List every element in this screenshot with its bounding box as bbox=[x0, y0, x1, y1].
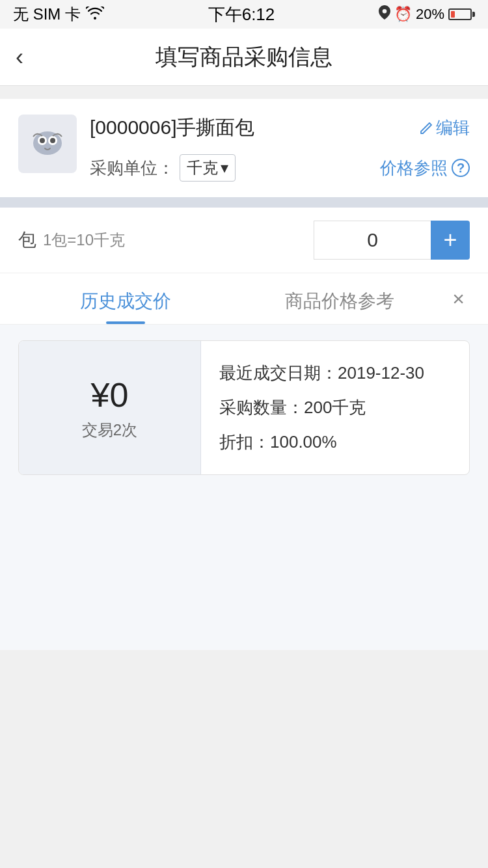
product-logo-icon bbox=[28, 125, 67, 163]
discount-row: 折扣：100.00% bbox=[219, 429, 451, 455]
quantity-value: 0 bbox=[367, 229, 378, 251]
product-card: [0000006]手撕面包 编辑 采购单位： 千克 ▾ 价格 bbox=[0, 99, 488, 197]
unit-dropdown-arrow-icon: ▾ bbox=[221, 159, 228, 177]
unit-select[interactable]: 千克 ▾ bbox=[180, 154, 236, 182]
product-info: [0000006]手撕面包 编辑 采购单位： 千克 ▾ 价格 bbox=[90, 115, 470, 182]
battery-percent: 20% bbox=[416, 6, 444, 23]
purchase-quantity-value: 200千克 bbox=[304, 398, 366, 417]
status-right: ⏰ 20% bbox=[379, 5, 475, 23]
history-trades-count: 交易2次 bbox=[82, 420, 137, 441]
battery-icon bbox=[448, 8, 475, 20]
price-reference-button[interactable]: 价格参照 ? bbox=[380, 157, 470, 180]
nav-bar: ‹ 填写商品采购信息 bbox=[0, 29, 488, 86]
history-price-panel: ¥0 交易2次 bbox=[19, 341, 201, 474]
sim-status: 无 SIM 卡 bbox=[13, 4, 81, 25]
history-card: ¥0 交易2次 最近成交日期：2019-12-30 采购数量：200千克 折扣：… bbox=[18, 340, 470, 475]
status-left: 无 SIM 卡 bbox=[13, 4, 104, 25]
unit-conversion-text: 1包=10千克 bbox=[43, 230, 125, 251]
history-section: ¥0 交易2次 最近成交日期：2019-12-30 采购数量：200千克 折扣：… bbox=[0, 325, 488, 650]
section-divider bbox=[0, 197, 488, 208]
location-icon bbox=[379, 5, 390, 23]
status-bar: 无 SIM 卡 下午6:12 ⏰ 20% bbox=[0, 0, 488, 29]
recent-date-row: 最近成交日期：2019-12-30 bbox=[219, 360, 451, 386]
svg-point-0 bbox=[33, 131, 62, 155]
quantity-unit-badge: 包 bbox=[18, 228, 36, 252]
history-price-value: ¥0 bbox=[91, 375, 129, 414]
tab-close-button[interactable]: × bbox=[447, 282, 470, 316]
quantity-controls: 0 + bbox=[314, 221, 470, 260]
quantity-row: 包 1包=10千克 0 + bbox=[0, 208, 488, 273]
back-button[interactable]: ‹ bbox=[16, 44, 23, 71]
recent-date-label: 最近成交日期： bbox=[219, 363, 338, 383]
wifi-icon bbox=[86, 5, 104, 23]
tab-history[interactable]: 历史成交价 bbox=[18, 273, 233, 324]
history-details-panel: 最近成交日期：2019-12-30 采购数量：200千克 折扣：100.00% bbox=[201, 341, 469, 474]
svg-point-3 bbox=[40, 138, 45, 143]
purchase-quantity-label: 采购数量： bbox=[219, 398, 304, 417]
discount-value: 100.00% bbox=[270, 432, 337, 452]
purchase-quantity-row: 采购数量：200千克 bbox=[219, 395, 451, 420]
page-title: 填写商品采购信息 bbox=[156, 42, 332, 72]
product-thumbnail bbox=[18, 115, 77, 173]
svg-point-4 bbox=[50, 138, 55, 143]
unit-value: 千克 bbox=[187, 157, 218, 178]
alarm-icon: ⏰ bbox=[394, 6, 412, 23]
product-name: [0000006]手撕面包 bbox=[90, 115, 254, 141]
info-icon: ? bbox=[452, 159, 470, 177]
quantity-plus-button[interactable]: + bbox=[431, 221, 470, 260]
edit-button[interactable]: 编辑 bbox=[419, 116, 470, 139]
tab-price-reference[interactable]: 商品价格参考 bbox=[233, 273, 448, 324]
price-ref-label: 价格参照 bbox=[380, 157, 448, 180]
status-time: 下午6:12 bbox=[208, 3, 275, 26]
discount-label: 折扣： bbox=[219, 432, 270, 452]
tabs-bar: 历史成交价 商品价格参考 × bbox=[0, 273, 488, 325]
unit-label: 采购单位： bbox=[90, 157, 174, 180]
recent-date-value: 2019-12-30 bbox=[338, 363, 424, 383]
quantity-input[interactable]: 0 bbox=[314, 221, 431, 260]
